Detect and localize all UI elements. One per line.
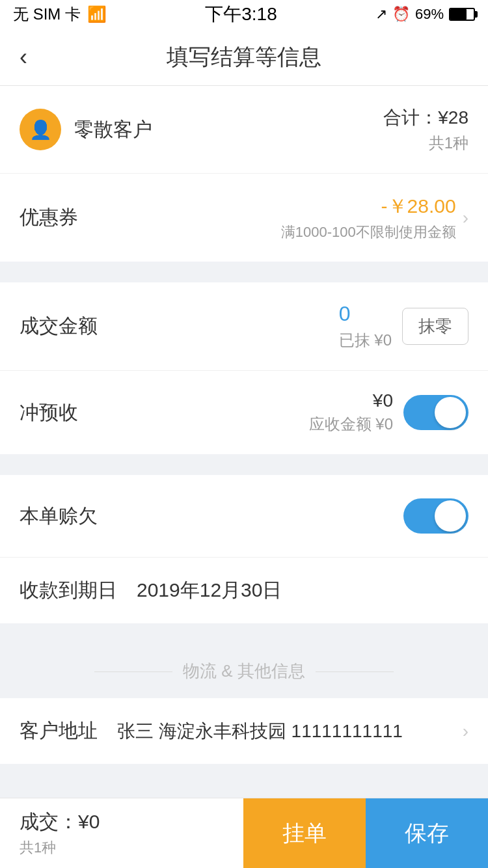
coupon-amount: -￥28.00 [281,193,456,220]
save-button[interactable]: 保存 [366,798,488,869]
bottom-summary: 成交：¥0 共1种 [0,809,243,858]
debt-label: 本单赊欠 [20,503,98,530]
total-count: 共1种 [383,133,468,154]
chevron-right-icon: › [463,208,468,228]
coupon-right: -￥28.00 满1000-100不限制使用金额 › [281,193,468,242]
prepayment-info: ¥0 应收金额 ¥0 [309,390,393,435]
prepayment-amount: ¥0 [309,390,393,411]
address-value: 张三 海淀永丰科技园 11111111111 [117,719,463,744]
bottom-bar: 成交：¥0 共1种 挂单 保存 [0,798,488,868]
battery-icon [449,8,475,21]
bottom-deal-amount: ¥0 [78,811,100,832]
alarm-icon: ⏰ [392,6,410,23]
debt-toggle[interactable] [403,498,468,534]
debt-toggle-knob [435,500,466,532]
section-divider-2 [0,465,488,475]
coupon-row[interactable]: 优惠券 -￥28.00 满1000-100不限制使用金额 › [0,173,488,262]
transaction-row: 成交金额 0 已抹 ¥0 抹零 [0,282,488,371]
customer-row: 👤 零散客户 合计：¥28 共1种 [0,86,488,173]
round-button[interactable]: 抹零 [402,308,468,345]
status-bar: 无 SIM 卡 📶 下午3:18 ↗ ⏰ 69% [0,0,488,29]
due-date-row: 收款到期日 2019年12月30日 [0,557,488,623]
prepayment-toggle[interactable] [403,395,468,430]
address-row[interactable]: 客户地址 张三 海淀永丰科技园 11111111111 › [0,698,488,764]
due-date-value: 2019年12月30日 [137,577,282,604]
logistics-label: 物流 & 其他信息 [183,660,305,683]
status-time: 下午3:18 [205,2,277,27]
transaction-label: 成交金额 [20,313,98,340]
section-divider-3 [0,634,488,644]
bottom-count: 共1种 [20,838,224,858]
content-area: 👤 零散客户 合计：¥28 共1种 优惠券 -￥28.00 满1000-100不… [0,86,488,868]
bottom-deal-row: 成交：¥0 [20,809,224,835]
total-amount: 合计：¥28 [383,105,468,130]
prepayment-right: ¥0 应收金额 ¥0 [309,390,468,435]
customer-name: 零散客户 [74,116,152,143]
debt-card: 本单赊欠 收款到期日 2019年12月30日 [0,475,488,623]
carrier-text: 无 SIM 卡 [13,4,81,25]
address-label: 客户地址 [20,718,98,744]
customer-card: 👤 零散客户 合计：¥28 共1种 优惠券 -￥28.00 满1000-100不… [0,86,488,262]
transaction-sub: 已抹 ¥0 [339,330,392,351]
wifi-icon: 📶 [87,5,107,23]
section-divider-1 [0,272,488,282]
address-chevron-icon: › [463,721,468,742]
coupon-label: 优惠券 [20,204,78,231]
bottom-deal-label: 成交： [20,811,78,832]
nav-bar: ‹ 填写结算等信息 [0,29,488,86]
transaction-amount: 0 [339,302,392,326]
prepayment-row: 冲预收 ¥0 应收金额 ¥0 [0,371,488,454]
status-left: 无 SIM 卡 📶 [13,4,107,25]
transaction-card: 成交金额 0 已抹 ¥0 抹零 冲预收 ¥0 应收金额 ¥0 [0,282,488,454]
avatar: 👤 [20,109,61,150]
battery-percent: 69% [415,6,444,23]
toggle-knob [435,397,466,428]
page-title: 填写结算等信息 [167,42,321,72]
debt-row: 本单赊欠 [0,475,488,557]
customer-left: 👤 零散客户 [20,109,152,150]
coupon-info: -￥28.00 满1000-100不限制使用金额 [281,193,456,242]
address-card: 客户地址 张三 海淀永丰科技园 11111111111 › [0,698,488,764]
status-right: ↗ ⏰ 69% [375,6,475,23]
coupon-desc: 满1000-100不限制使用金额 [281,223,456,242]
due-date-label: 收款到期日 [20,577,117,604]
customer-right: 合计：¥28 共1种 [383,105,468,154]
logistics-header: 物流 & 其他信息 [0,644,488,698]
location-icon: ↗ [375,6,387,23]
avatar-icon: 👤 [29,119,52,141]
back-button[interactable]: ‹ [20,44,27,71]
prepayment-label: 冲预收 [20,400,78,426]
pending-button[interactable]: 挂单 [243,798,366,869]
transaction-right: 0 已抹 ¥0 抹零 [339,302,468,351]
prepayment-sub: 应收金额 ¥0 [309,414,393,435]
